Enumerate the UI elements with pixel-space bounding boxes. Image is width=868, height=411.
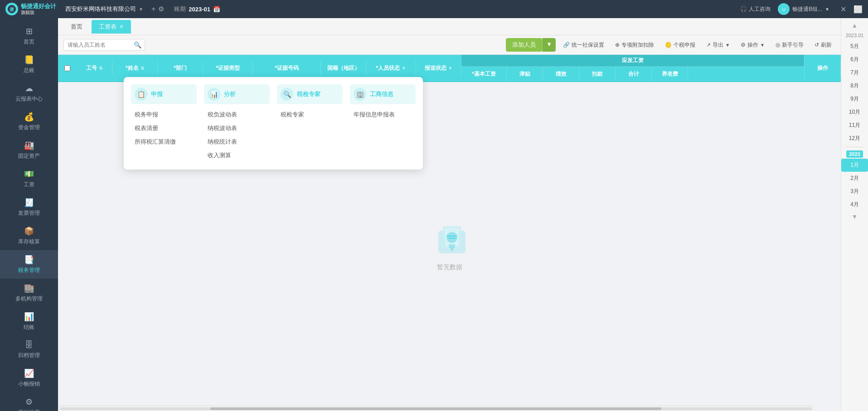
tab-home[interactable]: 首页 — [63, 20, 90, 34]
select-all-checkbox[interactable] — [64, 65, 70, 71]
th-deduct: 扣款 — [579, 67, 616, 82]
calendar-month-10[interactable]: 10月 — [841, 106, 868, 119]
tax-return-button[interactable]: 🪙 个税申报 — [661, 39, 699, 51]
calendar-month-5[interactable]: 5月 — [841, 40, 868, 53]
export-button[interactable]: ↗ 导出 ▼ — [703, 39, 733, 51]
sidebar-label-settle: 结账 — [24, 324, 34, 331]
sidebar-item-invoice[interactable]: 🧾 发票管理 — [0, 193, 58, 222]
dropdown-item-tax-stats[interactable]: 纳税统计表 — [204, 135, 270, 149]
header-right: 🎧 人工咨询 U 畅捷通B组... ▼ ✕ ⬜ — [740, 3, 863, 15]
th-performance: 绩效 — [543, 67, 579, 82]
dropdown-item-tax-fluctuation[interactable]: 纳税波动表 — [204, 121, 270, 135]
dropdown-item-tax-burden[interactable]: 税负波动表 — [204, 108, 270, 121]
th-region: 国籍（地区） — [321, 61, 366, 76]
tab-payroll-close[interactable]: ✕ — [119, 24, 124, 30]
sidebar-label-assets: 固定资产 — [18, 152, 40, 160]
sort-name-icon[interactable]: ⇅ — [141, 66, 144, 71]
window-close-icon[interactable]: ✕ — [840, 5, 846, 14]
archive-icon: 🗄 — [25, 340, 33, 350]
service-button[interactable]: 🎧 人工咨询 — [740, 5, 771, 13]
export-dropdown-icon: ▼ — [725, 43, 730, 48]
scrollbar-track[interactable] — [60, 407, 812, 410]
user-name: 畅捷通B组... — [792, 5, 822, 13]
calendar-month-3[interactable]: 3月 — [841, 185, 868, 198]
payroll-icon: 💵 — [24, 169, 34, 179]
social-security-button[interactable]: 🔗 统一社保设置 — [559, 39, 608, 51]
th-id-type: *证据类型 — [203, 61, 253, 76]
user-dropdown-icon[interactable]: ▼ — [825, 7, 829, 12]
dropdown-item-tax-expert[interactable]: 税检专家 — [277, 108, 343, 121]
calendar-month-1[interactable]: 1月 — [841, 159, 868, 172]
filter-report-icon[interactable]: ▼ — [448, 66, 453, 71]
search-icon[interactable]: 🔍 — [134, 41, 141, 48]
sidebar-label-invoice: 发票管理 — [18, 209, 40, 217]
dropdown-item-tax-table[interactable]: 税表清册 — [131, 121, 197, 135]
user-profile[interactable]: U 畅捷通B组... ▼ — [778, 3, 829, 15]
sort-id-icon[interactable]: ⇅ — [99, 66, 102, 71]
social-security-icon: 🔗 — [563, 42, 570, 48]
sidebar-item-archive[interactable]: 🗄 归档管理 — [0, 336, 58, 364]
refresh-icon: ↺ — [815, 42, 819, 48]
company-dropdown-icon[interactable]: ▼ — [139, 7, 143, 12]
sidebar-item-fund[interactable]: 💰 资金管理 — [0, 107, 58, 136]
sidebar-item-cloud-report[interactable]: ☁ 云报表中心 — [0, 79, 58, 107]
calendar-month-11[interactable]: 11月 — [841, 119, 868, 132]
special-deduction-button[interactable]: ⊕ 专项附加扣除 — [611, 39, 658, 51]
tax-return-label: 个税申报 — [674, 41, 695, 49]
calendar-month-6[interactable]: 6月 — [841, 53, 868, 66]
sidebar-item-inventory[interactable]: 📦 库存核算 — [0, 222, 58, 250]
sidebar-item-fixed-assets[interactable]: 🏭 固定资产 — [0, 136, 58, 164]
calendar-month-2[interactable]: 2月 — [841, 172, 868, 185]
horizontal-scrollbar[interactable] — [58, 406, 814, 411]
settings-sidebar-icon: ⚙ — [25, 397, 33, 407]
refresh-button[interactable]: ↺ 刷新 — [811, 39, 835, 51]
calendar-month-12[interactable]: 12月 — [841, 132, 868, 145]
current-year-badge: 2023 — [846, 150, 863, 158]
calendar-month-9[interactable]: 9月 — [841, 92, 868, 106]
sidebar-label-cloud: 云报表中心 — [15, 95, 43, 103]
sidebar-item-ledger[interactable]: 📒 总账 — [0, 50, 58, 79]
sidebar-item-multi-org[interactable]: 🏬 多机构管理 — [0, 279, 58, 307]
sidebar-item-payroll[interactable]: 💵 工资 — [0, 164, 58, 193]
sidebar-item-settlement[interactable]: 📊 结账 — [0, 307, 58, 336]
header-checkbox[interactable] — [58, 61, 76, 76]
add-person-group: 添加人员 ▼ — [506, 38, 556, 52]
calendar-nav-down[interactable]: ▼ — [850, 211, 860, 222]
year-badge-area: 2023 — [846, 149, 863, 159]
calendar-month-8[interactable]: 8月 — [841, 79, 868, 92]
add-icon[interactable]: + — [151, 5, 155, 13]
sidebar-item-report[interactable]: 📈 小畅报销 — [0, 364, 58, 392]
special-deduction-icon: ⊕ — [615, 42, 620, 48]
calendar-month-4[interactable]: 4月 — [841, 198, 868, 211]
tab-payroll[interactable]: 工资表 ✕ — [92, 20, 131, 34]
search-wrapper[interactable]: 🔍 — [63, 39, 145, 51]
settings-icon[interactable]: ⚙ — [158, 5, 164, 13]
sidebar-item-home[interactable]: ⊞ 首页 — [0, 22, 58, 50]
calendar-month-7[interactable]: 7月 — [841, 66, 868, 79]
dropdown-item-tax-declaration[interactable]: 税务申报 — [131, 108, 197, 121]
filter-status-icon[interactable]: ▼ — [402, 66, 406, 71]
dropdown-item-annual-report[interactable]: 年报信息申报表 — [350, 108, 416, 121]
search-input[interactable] — [68, 42, 131, 48]
sidebar-item-settings[interactable]: ⚙ 基础设置 — [0, 392, 58, 411]
add-person-label: 添加人员 — [512, 41, 536, 49]
th-status: *人员状态 ▼ — [366, 61, 416, 76]
guide-button[interactable]: ◎ 新手引导 — [772, 39, 807, 51]
scrollbar-thumb[interactable] — [210, 407, 661, 410]
calendar-icon[interactable]: 📅 — [213, 6, 220, 13]
calendar-divider — [844, 147, 865, 147]
window-maximize-icon[interactable]: ⬜ — [853, 5, 863, 14]
calendar-nav-up[interactable]: ▲ — [850, 20, 860, 31]
add-person-dropdown[interactable]: ▼ — [542, 38, 556, 52]
sidebar-item-tax[interactable]: 📑 税务管理 — [0, 250, 58, 279]
operation-button[interactable]: ⚙ 操作 ▼ — [737, 39, 768, 51]
dropdown-item-income-calc[interactable]: 收入测算 — [204, 149, 270, 162]
headset-icon: 🎧 — [740, 6, 747, 12]
tax-icon: 📑 — [24, 255, 34, 265]
company-selector[interactable]: 西安虾米网络科技有限公司 ▼ — [65, 5, 143, 13]
right-sidebar-calendar: ▲ 2023.01 5月 6月 7月 8月 9月 10月 11月 12月 202… — [841, 18, 868, 411]
th-subsidy: 津贴 — [507, 67, 543, 82]
dropdown-item-income-tax[interactable]: 所得税汇算清缴 — [131, 135, 197, 149]
add-person-button[interactable]: 添加人员 — [506, 38, 542, 52]
empty-text: 暂无数据 — [437, 263, 462, 271]
